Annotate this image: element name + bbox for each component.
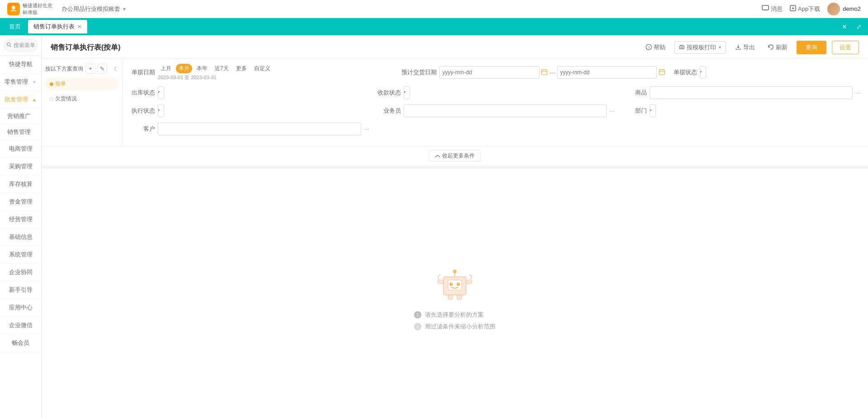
- customer-more-icon[interactable]: ···: [364, 125, 369, 133]
- tab-close-btn[interactable]: ✕: [839, 21, 850, 32]
- filter-customer-group: 客户 ···: [130, 123, 369, 135]
- svg-point-18: [453, 270, 457, 273]
- goods-more-icon[interactable]: ···: [855, 89, 861, 96]
- svg-rect-19: [438, 280, 443, 284]
- sidebar-item-ecommerce[interactable]: 电商管理: [0, 140, 41, 158]
- template-print-btn[interactable]: 按模板打印 ▼: [675, 41, 726, 54]
- collapse-scheme-btn[interactable]: 《: [109, 64, 119, 74]
- sidebar-search-label: 搜索菜单: [14, 42, 35, 49]
- sidebar-item-appstore[interactable]: 应用中心: [0, 299, 41, 317]
- wholesale-arrow-icon: ▲: [32, 97, 37, 102]
- exec-select[interactable]: [158, 104, 164, 117]
- tip-num-2: 2: [414, 323, 421, 330]
- inventory-label: 库存核算: [9, 180, 33, 188]
- date-btn-this-month[interactable]: 本月: [176, 64, 192, 73]
- sidebar-item-finance[interactable]: 资金管理: [0, 193, 41, 211]
- tab-expand-btn[interactable]: ⤢: [854, 21, 864, 32]
- salesman-more-icon[interactable]: ···: [609, 107, 615, 114]
- sidebar-item-wholesale[interactable]: 批发管理 ▲: [0, 91, 41, 109]
- sales-order-tab-label: 销售订单执行表: [33, 23, 75, 31]
- search-icon: [6, 42, 12, 49]
- date-calendar-icon-1[interactable]: [541, 69, 547, 76]
- home-tab-label: 首页: [9, 23, 21, 31]
- settings-button[interactable]: 设置: [832, 41, 859, 54]
- customer-input[interactable]: [158, 123, 361, 135]
- sidebar-item-retail[interactable]: 零售管理 ▼: [0, 73, 41, 91]
- sidebar-item-operations[interactable]: 经营管理: [0, 211, 41, 228]
- active-dot-icon: [50, 82, 53, 86]
- date-btn-last-month[interactable]: 上月: [158, 64, 174, 73]
- breadcrumb-dropdown-icon[interactable]: ▾: [123, 6, 126, 12]
- app-download-action[interactable]: App下载: [790, 5, 820, 13]
- content-area: 销售订单执行表(按单) ? 帮助 按模板打印 ▼: [42, 35, 868, 418]
- date-quick-btns: 上月 本月 本年 近7天 更多 自定义: [158, 64, 394, 73]
- tab-close-icon[interactable]: ✕: [77, 24, 82, 30]
- filter-row-2: 出库状态 收款状态: [130, 86, 861, 99]
- tab-bar-actions: ✕ ⤢: [839, 21, 864, 32]
- sidebar-item-member[interactable]: 畅会员: [0, 334, 41, 352]
- filter-dept-group: 部门: [622, 104, 861, 117]
- logo-area: 畅捷通好生意 标准版: [7, 2, 52, 15]
- scheme-item-backorder[interactable]: 欠货情况: [45, 92, 119, 105]
- svg-rect-10: [659, 70, 665, 75]
- sidebar-item-wecom[interactable]: 企业微信: [0, 317, 41, 334]
- svg-point-16: [458, 283, 460, 284]
- status-select-wrap: [700, 66, 861, 79]
- date-btn-more[interactable]: 更多: [233, 64, 250, 73]
- help-btn[interactable]: ? 帮助: [642, 42, 669, 53]
- date-btn-7days[interactable]: 近7天: [212, 64, 231, 73]
- sidebar-item-system[interactable]: 系统管理: [0, 246, 41, 264]
- add-scheme-btn[interactable]: +: [85, 64, 95, 74]
- export-btn[interactable]: 导出: [731, 42, 759, 53]
- dept-select[interactable]: [650, 104, 656, 117]
- salesman-input[interactable]: [404, 104, 607, 117]
- message-icon: [762, 5, 769, 13]
- member-label: 畅会员: [12, 339, 29, 347]
- tab-home[interactable]: 首页: [4, 20, 26, 33]
- status-select[interactable]: [700, 66, 706, 79]
- user-area[interactable]: demo2: [827, 3, 861, 15]
- collapse-icon: [435, 153, 440, 159]
- refresh-btn[interactable]: 刷新: [764, 42, 791, 53]
- sidebar-item-enterprise[interactable]: 企业协同: [0, 264, 41, 281]
- scheme-item-per-order[interactable]: 按单: [45, 77, 119, 90]
- svg-point-3: [7, 43, 10, 46]
- header-left: 畅捷通好生意 标准版: [7, 2, 52, 15]
- svg-line-4: [9, 45, 11, 47]
- message-action[interactable]: 消息: [762, 5, 783, 13]
- sidebar-item-shortcuts[interactable]: 快捷导航: [0, 56, 41, 73]
- goods-input[interactable]: [650, 86, 853, 99]
- collapse-conditions-btn[interactable]: 收起更多条件: [429, 150, 481, 162]
- retail-label: 零售管理: [5, 78, 28, 86]
- empty-state: 1 请先选择要分析的方案 2 用过滤条件来缩小分析范围: [42, 169, 868, 418]
- tab-bar: 首页 销售订单执行表 ✕ ✕ ⤢: [0, 18, 868, 35]
- sidebar-search-btn[interactable]: 搜索菜单: [4, 39, 38, 52]
- ecommerce-label: 电商管理: [9, 145, 33, 153]
- expected-date-start[interactable]: [439, 66, 539, 79]
- app-download-label: App下载: [798, 5, 820, 13]
- date-btn-this-year[interactable]: 本年: [194, 64, 210, 73]
- svg-rect-1: [762, 5, 769, 10]
- expected-date-end[interactable]: [557, 66, 657, 79]
- status-label: 单据状态: [672, 68, 697, 76]
- date-btn-custom[interactable]: 自定义: [251, 64, 273, 73]
- sidebar-subitem-marketing[interactable]: 营销推广: [0, 109, 41, 124]
- date-calendar-icon-2[interactable]: [659, 69, 665, 76]
- wecom-label: 企业微信: [9, 321, 33, 329]
- sidebar-item-purchase[interactable]: 采购管理: [0, 158, 41, 176]
- outstock-select[interactable]: [158, 86, 164, 99]
- sidebar-item-newuser[interactable]: 新手引导: [0, 281, 41, 299]
- scheme-per-order-label: 按单: [55, 80, 66, 88]
- empty-tips: 1 请先选择要分析的方案 2 用过滤条件来缩小分析范围: [414, 311, 495, 331]
- filter-panel: 按以下方案查询 + ✎ 《 按单 欠货情况: [42, 58, 868, 146]
- tip-text-1: 请先选择要分析的方案: [425, 311, 484, 319]
- scheme-selector: 按以下方案查询 + ✎ 《 按单 欠货情况: [42, 58, 123, 146]
- sidebar-item-inventory[interactable]: 库存核算: [0, 176, 41, 193]
- filter-exec-group: 执行状态: [130, 104, 369, 117]
- query-button[interactable]: 查询: [797, 41, 826, 54]
- edit-scheme-btn[interactable]: ✎: [97, 64, 107, 74]
- sidebar-item-basic-info[interactable]: 基础信息: [0, 228, 41, 246]
- sidebar-subitem-sales-mgmt[interactable]: 销售管理: [0, 124, 41, 140]
- tab-sales-order[interactable]: 销售订单执行表 ✕: [28, 20, 87, 33]
- collection-select[interactable]: [404, 86, 410, 99]
